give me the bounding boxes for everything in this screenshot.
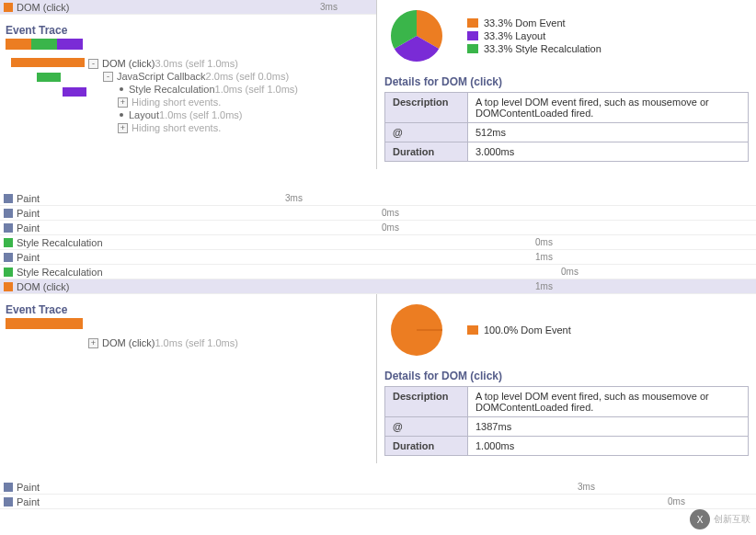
- color-swatch: [4, 223, 13, 233]
- bullet-icon: [120, 113, 123, 117]
- details-value: 512ms: [468, 123, 749, 142]
- tree-timing: 2.0ms (self 0.0ms): [206, 71, 289, 82]
- details-header-2: Details for DOM (click): [384, 370, 749, 382]
- details-key: Duration: [385, 142, 468, 162]
- legend-label: 100.0% Dom Event: [484, 324, 571, 336]
- row-duration: 0ms: [668, 496, 685, 507]
- tree-label: DOM (click): [102, 337, 155, 348]
- timeline-row[interactable]: Paint3ms: [0, 480, 756, 495]
- tree-row[interactable]: +Hiding short events.: [88, 96, 372, 108]
- pie-wrap-1: 33.3% Dom Event33.3% Layout33.3% Style R…: [384, 4, 749, 68]
- tree-timing: 1.0ms (self 1.0ms): [215, 84, 298, 95]
- tree-timing: 1.0ms (self 1.0ms): [159, 109, 242, 120]
- details-key: Description: [385, 387, 468, 417]
- details-key: Duration: [385, 437, 468, 456]
- timeline-row[interactable]: Style Recalculation0ms: [0, 265, 756, 279]
- panel-1: DOM (click)3ms Event Trace -DOM (click) …: [0, 0, 756, 169]
- expand-icon[interactable]: +: [118, 123, 128, 133]
- legend-item: 100.0% Dom Event: [467, 324, 571, 336]
- timeline-row[interactable]: Paint1ms: [0, 250, 756, 265]
- row-duration: 3ms: [578, 482, 595, 492]
- tree-row[interactable]: +Hiding short events.: [88, 121, 372, 134]
- details-row: Duration3.000ms: [385, 142, 749, 162]
- trace-segment: [31, 39, 57, 50]
- legend-swatch: [467, 18, 478, 28]
- tree-row[interactable]: Style Recalculation 1.0ms (self 1.0ms): [88, 83, 372, 96]
- tree-row[interactable]: +DOM (click) 1.0ms (self 1.0ms): [88, 336, 372, 349]
- tree-timing: 3.0ms (self 1.0ms): [155, 58, 237, 69]
- details-row: DescriptionA top level DOM event fired, …: [385, 387, 749, 417]
- mini-bar: [11, 58, 85, 67]
- timeline-row[interactable]: Paint0ms: [0, 495, 756, 509]
- row-label: Paint: [17, 496, 40, 507]
- tree-label: JavaScript Callback: [117, 71, 206, 82]
- panel-3-rows: Paint3msPaint0ms: [0, 480, 756, 509]
- legend-item: 33.3% Dom Event: [467, 17, 601, 28]
- panel-2-rows-full: Paint3msPaint0msPaint0msStyle Recalculat…: [0, 191, 756, 294]
- row-label: Paint: [17, 208, 40, 219]
- collapse-icon[interactable]: -: [88, 59, 98, 69]
- expand-icon[interactable]: +: [88, 338, 98, 348]
- legend-label: 33.3% Dom Event: [484, 17, 566, 28]
- timeline-row[interactable]: DOM (click)3ms: [0, 0, 376, 15]
- tree-label: Hiding short events.: [132, 97, 221, 108]
- pie-legend-1: 33.3% Dom Event33.3% Layout33.3% Style R…: [467, 17, 601, 54]
- tree-label: Style Recalculation: [129, 84, 215, 95]
- details-row: @512ms: [385, 123, 749, 142]
- timeline-row[interactable]: DOM (click)1ms: [0, 279, 756, 294]
- row-label: Style Recalculation: [17, 267, 103, 278]
- color-swatch: [4, 194, 13, 203]
- row-label: Style Recalculation: [17, 237, 103, 248]
- legend-swatch: [467, 44, 478, 53]
- row-duration: 0ms: [561, 267, 578, 277]
- trace-tree-2: +DOM (click) 1.0ms (self 1.0ms): [85, 335, 376, 357]
- row-duration: 1ms: [535, 281, 553, 291]
- row-label: Paint: [17, 222, 40, 233]
- mini-bars-1: [6, 55, 85, 99]
- row-label: Paint: [17, 252, 40, 263]
- tree-row[interactable]: -JavaScript Callback 2.0ms (self 0.0ms): [88, 70, 372, 83]
- row-duration: 3ms: [320, 2, 338, 12]
- row-duration: 0ms: [382, 222, 399, 233]
- tree-label: DOM (click): [102, 58, 155, 69]
- panel-2-left: Event Trace +DOM (click) 1.0ms (self 1.0…: [0, 294, 377, 463]
- tree-timing: 1.0ms (self 1.0ms): [155, 337, 237, 348]
- details-row: @1387ms: [385, 417, 749, 437]
- expand-icon[interactable]: +: [118, 97, 128, 108]
- details-row: Duration1.000ms: [385, 437, 749, 456]
- color-swatch: [4, 209, 13, 218]
- row-label: DOM (click): [17, 281, 69, 292]
- tree-label: Hiding short events.: [132, 122, 221, 133]
- pie-legend-2: 100.0% Dom Event: [467, 324, 571, 336]
- details-key: Description: [385, 93, 468, 123]
- row-label: Paint: [17, 193, 40, 204]
- bullet-icon: [120, 87, 123, 91]
- color-swatch: [4, 238, 13, 247]
- color-swatch: [4, 253, 13, 262]
- pie-chart-2: [384, 298, 449, 362]
- row-duration: 0ms: [382, 208, 399, 218]
- legend-label: 33.3% Style Recalculation: [484, 43, 601, 54]
- legend-label: 33.3% Layout: [484, 30, 545, 41]
- trace-bar-1: [6, 39, 83, 50]
- color-swatch: [4, 268, 13, 277]
- panel-2-right: 100.0% Dom Event Details for DOM (click)…: [377, 294, 756, 463]
- timeline-row[interactable]: Paint0ms: [0, 221, 756, 235]
- details-value: A top level DOM event fired, such as mou…: [468, 93, 749, 123]
- tree-row[interactable]: Layout 1.0ms (self 1.0ms): [88, 108, 372, 121]
- legend-swatch: [467, 31, 478, 40]
- collapse-icon[interactable]: -: [103, 72, 113, 82]
- color-swatch: [4, 483, 13, 492]
- tree-row[interactable]: -DOM (click) 3.0ms (self 1.0ms): [88, 57, 372, 70]
- pie-chart-1: [384, 4, 449, 68]
- row-duration: 3ms: [285, 193, 303, 203]
- details-key: @: [385, 417, 468, 437]
- legend-item: 33.3% Style Recalculation: [467, 43, 601, 54]
- timeline-row[interactable]: Paint3ms: [0, 191, 756, 206]
- timeline-row[interactable]: Style Recalculation0ms: [0, 235, 756, 250]
- row-duration: 1ms: [535, 252, 553, 262]
- tree-label: Layout: [129, 109, 159, 120]
- trace-segment: [57, 39, 83, 50]
- timeline-row[interactable]: Paint0ms: [0, 206, 756, 221]
- details-table-1: DescriptionA top level DOM event fired, …: [384, 92, 749, 162]
